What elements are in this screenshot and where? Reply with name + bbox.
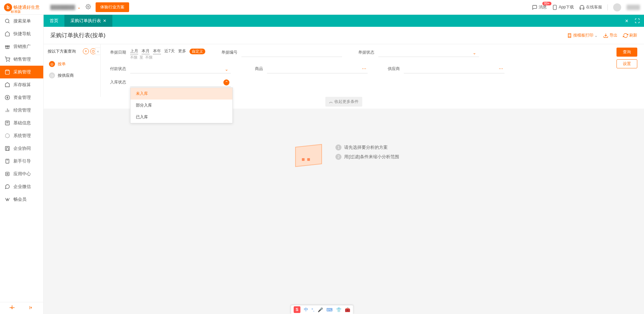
- header-right: 消息 99+ App下载 在线客服: [532, 3, 640, 11]
- messages-badge: 99+: [542, 2, 551, 5]
- sidebar-item-search[interactable]: 搜索菜单: [0, 15, 43, 27]
- search-icon: [5, 18, 10, 24]
- svg-line-4: [8, 22, 9, 23]
- svg-rect-1: [553, 5, 556, 9]
- customer-service-link[interactable]: 在线客服: [579, 4, 602, 10]
- tab-current[interactable]: 采购订单执行表 ✕: [64, 15, 112, 27]
- chevron-down-icon[interactable]: ⌄: [77, 5, 81, 10]
- tab-home[interactable]: 首页: [44, 15, 64, 27]
- close-icon[interactable]: ✕: [103, 18, 106, 23]
- logo-edition: 标准版: [11, 9, 21, 14]
- gear-icon[interactable]: [86, 4, 91, 10]
- sidebar: 搜索菜单快捷导航营销推广销售管理采购管理库存核算资金管理经营管理基础信息系统管理…: [0, 15, 44, 27]
- svg-point-0: [88, 6, 89, 7]
- fullscreen-icon[interactable]: [633, 17, 641, 25]
- svg-point-3: [5, 19, 9, 23]
- company-selector[interactable]: ████████: [50, 5, 75, 10]
- top-header: b 畅捷通好生意 标准版 ████████ ⌄ 体验行业方案 消息 99+ Ap…: [0, 0, 644, 15]
- app-download-link[interactable]: App下载: [552, 4, 574, 10]
- logo[interactable]: b 畅捷通好生意 标准版: [4, 3, 44, 11]
- cs-label: 在线客服: [586, 4, 602, 10]
- tab-close-all-icon[interactable]: ✕: [623, 17, 631, 25]
- app-label: App下载: [559, 4, 574, 10]
- solution-button[interactable]: 体验行业方案: [96, 2, 129, 12]
- tab-current-label: 采购订单执行表: [70, 18, 101, 24]
- divider: [607, 4, 608, 10]
- username[interactable]: [627, 5, 640, 10]
- avatar[interactable]: [613, 3, 621, 11]
- tab-bar: 首页 采购订单执行表 ✕ ✕: [44, 15, 644, 27]
- messages-link[interactable]: 消息 99+: [532, 4, 547, 10]
